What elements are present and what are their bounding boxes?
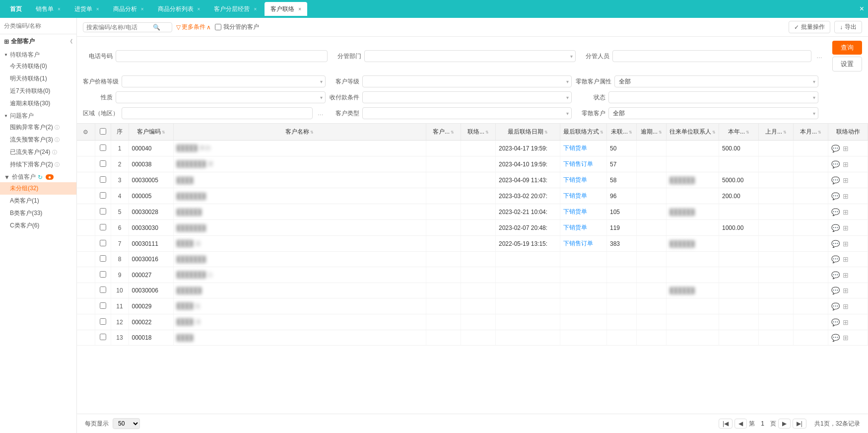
chat-icon-10[interactable]: 💬 [831, 302, 840, 310]
col-check-header[interactable] [95, 124, 111, 141]
more-conditions-btn[interactable]: ▽ 更多条件 ∧ [176, 23, 211, 31]
col-code-header[interactable]: 客户编码⇅ [129, 124, 173, 141]
col-type-header[interactable]: 客户...⇅ [426, 124, 461, 141]
filter-manager-dots[interactable]: … [814, 53, 824, 60]
nav-tab-sales[interactable]: 销售单 × [30, 2, 67, 16]
last-way-link-6[interactable]: 下销售订单 [563, 240, 593, 247]
grid-action-icon-1[interactable]: ⊞ [843, 160, 849, 168]
filter-status-select[interactable] [608, 91, 818, 103]
grid-action-icon-9[interactable]: ⊞ [843, 287, 849, 294]
row-check-3[interactable] [95, 188, 111, 204]
sidebar-item-churned[interactable]: 已流失客户(24) ⓘ [0, 146, 76, 158]
chat-icon-8[interactable]: 💬 [831, 271, 840, 279]
last-way-link-3[interactable]: 下销货单 [563, 192, 587, 199]
sidebar-item-churn-warn[interactable]: 流失预警客户(3) ⓘ [0, 134, 76, 146]
col-overdue-header[interactable]: 逾期...⇅ [637, 124, 667, 141]
chat-icon-12[interactable]: 💬 [831, 334, 840, 342]
nav-tab-product-list[interactable]: 商品分析列表 × [152, 2, 206, 16]
batch-ops-button[interactable]: ✓ 批量操作 [789, 21, 830, 33]
sidebar-search-input[interactable] [4, 22, 77, 29]
col-last-way-header[interactable]: 最后联络方式⇅ [560, 124, 607, 141]
col-settings-header[interactable]: ⚙ [77, 124, 95, 141]
row-last-way-4[interactable]: 下销货单 [560, 204, 607, 220]
nav-tab-product-analysis-close[interactable]: × [141, 6, 144, 12]
last-way-link-1[interactable]: 下销售订单 [563, 160, 593, 167]
row-check-2[interactable] [95, 172, 111, 188]
nav-tab-customer-contact[interactable]: 客户联络 × [265, 2, 307, 16]
grid-action-icon-0[interactable]: ⊞ [843, 144, 849, 152]
chat-icon-6[interactable]: 💬 [831, 240, 840, 248]
col-partner-header[interactable]: 往来单位联系人⇅ [667, 124, 719, 141]
per-page-select[interactable]: 50 100 [113, 418, 140, 429]
grid-action-icon-3[interactable]: ⊞ [843, 192, 849, 200]
nav-tab-customer-tier[interactable]: 客户分层经营 × [208, 2, 263, 16]
grid-action-icon-7[interactable]: ⊞ [843, 255, 849, 263]
nav-tab-purchase[interactable]: 进货单 × [68, 2, 105, 16]
row-check-11[interactable] [95, 314, 111, 330]
export-button[interactable]: ↓ 导出 [834, 21, 862, 33]
sidebar-group-value[interactable]: ▼ 价值客户 ↻ ● [0, 171, 76, 182]
col-not-contact-header[interactable]: 未联...⇅ [607, 124, 637, 141]
row-check-8[interactable] [95, 267, 111, 283]
filter-scatter-select[interactable]: 全部 [608, 107, 818, 119]
row-last-way-6[interactable]: 下销售订单 [560, 236, 607, 252]
filter-dept-select[interactable] [364, 50, 576, 62]
grid-action-icon-4[interactable]: ⊞ [843, 208, 849, 216]
nav-tab-sales-close[interactable]: × [58, 6, 61, 12]
select-all-checkbox[interactable] [100, 128, 106, 135]
chat-icon-4[interactable]: 💬 [831, 208, 840, 216]
row-check-12[interactable] [95, 330, 111, 346]
nav-tab-customer-tier-close[interactable]: × [254, 6, 257, 12]
filter-price-level-select[interactable] [122, 75, 326, 87]
chat-icon-1[interactable]: 💬 [831, 160, 840, 168]
sidebar-item-7days[interactable]: 近7天待联络(0) [0, 85, 76, 97]
nav-tab-purchase-close[interactable]: × [96, 6, 99, 12]
grid-action-icon-5[interactable]: ⊞ [843, 224, 849, 232]
grid-action-icon-11[interactable]: ⊞ [843, 318, 849, 326]
grid-action-icon-2[interactable]: ⊞ [843, 176, 849, 184]
last-way-link-4[interactable]: 下销货单 [563, 208, 587, 215]
row-check-1[interactable] [95, 156, 111, 172]
next-page-btn[interactable]: ▶ [778, 419, 791, 429]
col-last-month-header[interactable]: 上月...⇅ [759, 124, 794, 141]
sidebar-item-ungrouped[interactable]: 未分组(32) [0, 182, 76, 195]
grid-action-icon-10[interactable]: ⊞ [843, 302, 849, 310]
filter-payment-select[interactable] [362, 91, 572, 103]
grid-action-icon-6[interactable]: ⊞ [843, 240, 849, 248]
filter-scatter-attr-select[interactable]: 全部 [614, 75, 818, 87]
nav-tab-home[interactable]: 首页 [4, 2, 28, 16]
query-button[interactable]: 查询 [832, 41, 862, 55]
grid-action-icon-8[interactable]: ⊞ [843, 271, 849, 279]
last-way-link-0[interactable]: 下销货单 [563, 144, 587, 151]
prev-page-btn[interactable]: ◀ [734, 419, 747, 429]
filter-phone-input[interactable] [116, 50, 328, 62]
sidebar-group-pending[interactable]: ▼ 待联络客户 [0, 49, 76, 60]
nav-tab-product-analysis[interactable]: 商品分析 × [107, 2, 150, 16]
chat-icon-3[interactable]: 💬 [831, 192, 840, 200]
filter-customer-type-select[interactable] [362, 107, 572, 119]
col-contact-header[interactable]: 联络...⇅ [461, 124, 496, 141]
row-check-6[interactable] [95, 236, 111, 252]
sidebar-item-today[interactable]: 今天待联络(0) [0, 60, 76, 72]
filter-manager-input[interactable] [612, 50, 811, 62]
row-check-7[interactable] [95, 252, 111, 267]
sidebar-item-class-b[interactable]: B类客户(33) [0, 207, 76, 219]
row-check-0[interactable] [95, 141, 111, 156]
mine-checkbox-input[interactable] [215, 24, 221, 30]
last-way-link-5[interactable]: 下销货单 [563, 224, 587, 231]
last-way-link-2[interactable]: 下销货单 [563, 176, 587, 183]
sidebar-item-class-c[interactable]: C类客户(6) [0, 219, 76, 232]
chat-icon-2[interactable]: 💬 [831, 176, 840, 184]
col-this-month-header[interactable]: 本月...⇅ [794, 124, 828, 141]
row-check-10[interactable] [95, 298, 111, 314]
first-page-btn[interactable]: |◀ [719, 419, 733, 429]
row-last-way-5[interactable]: 下销货单 [560, 220, 607, 236]
sidebar-item-tomorrow[interactable]: 明天待联络(1) [0, 72, 76, 85]
col-last-date-header[interactable]: 最后联络日期⇅ [496, 124, 560, 141]
chat-icon-11[interactable]: 💬 [831, 318, 840, 326]
row-last-way-2[interactable]: 下销货单 [560, 172, 607, 188]
last-page-btn[interactable]: ▶| [793, 419, 806, 429]
chat-icon-7[interactable]: 💬 [831, 255, 840, 263]
chat-icon-0[interactable]: 💬 [831, 144, 840, 152]
filter-region-input[interactable] [122, 107, 313, 119]
